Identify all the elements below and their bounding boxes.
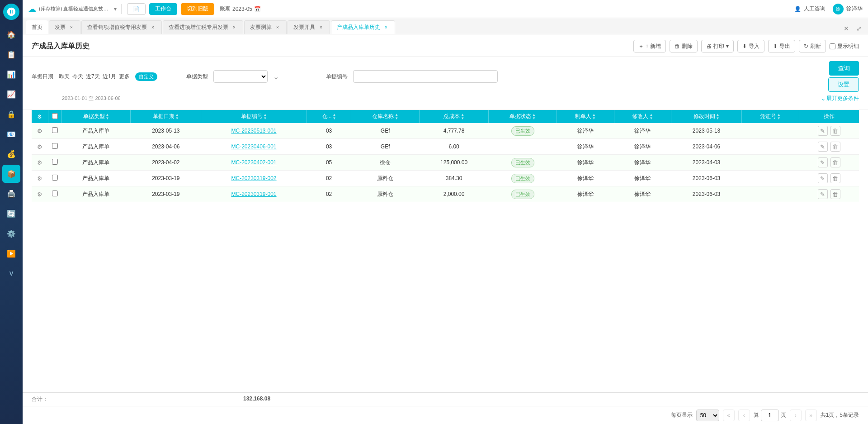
sidebar-item-messages[interactable]: 📧	[2, 125, 20, 143]
row-checkbox-cell[interactable]	[48, 155, 61, 171]
switch-button[interactable]: 切到旧版	[181, 3, 214, 15]
sidebar-item-home[interactable]: 🏠	[2, 25, 20, 43]
row-checkbox[interactable]	[52, 143, 58, 149]
sidebar-item-reports[interactable]: 📊	[2, 65, 20, 83]
tab-invoice-calc[interactable]: 发票测算 ×	[244, 20, 287, 34]
row-doc-num[interactable]: MC-20230513-001	[201, 123, 307, 139]
date-7days[interactable]: 近7天	[86, 73, 100, 81]
tab-invoices-close[interactable]: ×	[68, 24, 75, 31]
show-detail-toggle[interactable]: 显示明细	[830, 43, 859, 50]
row-delete-icon[interactable]: 🗑	[830, 142, 840, 152]
row-delete-icon[interactable]: 🗑	[830, 157, 840, 167]
import-button[interactable]: ⬇ 导入	[737, 40, 764, 52]
th-doc-num[interactable]: 单据编号▲▼	[201, 110, 307, 123]
export-button[interactable]: ⬆ 导出	[768, 40, 795, 52]
tab-home[interactable]: 首页	[26, 20, 48, 34]
row-edit-icon[interactable]: ✎	[818, 189, 828, 199]
tab-invoices[interactable]: 发票 ×	[49, 20, 80, 34]
th-doc-type[interactable]: 单据类型▲▼	[61, 110, 131, 123]
row-checkbox[interactable]	[52, 175, 58, 181]
row-doc-num[interactable]: MC-20230319-001	[201, 186, 307, 202]
th-voucher-num[interactable]: 凭证号▲▼	[741, 110, 799, 123]
date-today[interactable]: 今天	[72, 73, 83, 81]
row-settings-cell[interactable]: ⚙	[32, 155, 48, 171]
doc-type-select[interactable]	[213, 70, 268, 83]
tab-invoice-issue-close[interactable]: ×	[318, 24, 324, 31]
row-delete-icon[interactable]: 🗑	[830, 126, 840, 136]
sidebar-item-sync[interactable]: 🔄	[2, 205, 20, 223]
calendar-icon[interactable]: 📅	[254, 6, 261, 12]
row-checkbox-cell[interactable]	[48, 171, 61, 186]
show-detail-checkbox[interactable]	[830, 43, 835, 49]
row-edit-icon[interactable]: ✎	[818, 173, 828, 183]
page-number-input[interactable]	[761, 410, 779, 421]
row-checkbox-cell[interactable]	[48, 139, 61, 155]
last-page-button[interactable]: »	[805, 410, 817, 421]
row-checkbox[interactable]	[52, 159, 58, 165]
sidebar-item-print[interactable]: 🖨️	[2, 185, 20, 203]
row-checkbox-cell[interactable]	[48, 186, 61, 202]
tab-sales-invoice[interactable]: 查看销项增值税专用发票 ×	[81, 20, 162, 34]
row-checkbox-cell[interactable]	[48, 123, 61, 139]
th-modify-time[interactable]: 修改时间▲▼	[671, 110, 742, 123]
sidebar-item-docs[interactable]: 📋	[2, 45, 20, 63]
sidebar-item-inventory[interactable]: 📦	[2, 165, 20, 183]
date-more[interactable]: 更多	[119, 73, 130, 81]
tab-sales-invoice-close[interactable]: ×	[150, 24, 156, 31]
expand-filter-button[interactable]: ⌄ 展开更多条件	[821, 95, 859, 102]
row-settings-cell[interactable]: ⚙	[32, 186, 48, 202]
row-doc-num[interactable]: MC-20230402-001	[201, 155, 307, 171]
row-settings-cell[interactable]: ⚙	[32, 123, 48, 139]
th-warehouse-code[interactable]: 仓...▲▼	[307, 110, 351, 123]
desktop-button[interactable]: 工作台	[149, 3, 177, 15]
row-doc-num[interactable]: MC-20230406-001	[201, 139, 307, 155]
th-warehouse-name[interactable]: 仓库名称▲▼	[351, 110, 420, 123]
sidebar-item-security[interactable]: 🔒	[2, 105, 20, 123]
date-yesterday[interactable]: 昨天	[59, 73, 70, 81]
sidebar-item-settings[interactable]: ⚙️	[2, 224, 20, 243]
new-button[interactable]: ＋ + 新增	[633, 40, 666, 52]
print-button[interactable]: 🖨 打印 ▾	[701, 40, 734, 52]
tab-invoice-issue[interactable]: 发票开具 ×	[288, 20, 330, 34]
window-close-btn[interactable]: ✕	[841, 23, 852, 34]
prev-page-button[interactable]: ‹	[738, 410, 750, 421]
th-settings[interactable]: ⚙	[32, 110, 48, 123]
sidebar-item-finance[interactable]: 💰	[2, 145, 20, 163]
date-custom-tag[interactable]: 自定义	[135, 72, 157, 81]
doc-num-input[interactable]	[353, 70, 498, 83]
row-delete-icon[interactable]: 🗑	[830, 173, 840, 183]
window-maximize-btn[interactable]: ⤢	[854, 23, 864, 34]
date-1month[interactable]: 近1月	[103, 73, 117, 81]
row-settings-cell[interactable]: ⚙	[32, 171, 48, 186]
th-doc-date[interactable]: 单据日期▲▼	[131, 110, 201, 123]
row-delete-icon[interactable]: 🗑	[830, 189, 840, 199]
row-doc-num[interactable]: MC-20230319-002	[201, 171, 307, 186]
help-link[interactable]: 👤 人工咨询	[794, 5, 826, 13]
th-total-cost[interactable]: 总成本▲▼	[420, 110, 489, 123]
user-menu[interactable]: 徐 徐泽华	[833, 4, 863, 14]
row-edit-icon[interactable]: ✎	[818, 157, 828, 167]
next-page-button[interactable]: ›	[790, 410, 802, 421]
doc-copy-button[interactable]: 📄	[127, 3, 146, 15]
sidebar-item-run[interactable]: ▶️	[2, 244, 20, 262]
row-checkbox[interactable]	[52, 191, 58, 196]
tab-purchase-invoice[interactable]: 查看进项增值税专用发票 ×	[163, 20, 243, 34]
tab-purchase-invoice-close[interactable]: ×	[231, 24, 237, 31]
set-button[interactable]: 设置	[828, 77, 859, 92]
tab-invoice-calc-close[interactable]: ×	[274, 24, 281, 31]
tab-inventory-history[interactable]: 产成品入库单历史 ×	[331, 20, 395, 34]
per-page-select[interactable]: 50 100 200	[696, 410, 719, 421]
th-doc-status[interactable]: 单据状态▲▼	[489, 110, 557, 123]
row-edit-icon[interactable]: ✎	[818, 126, 828, 136]
th-modifier[interactable]: 修改人▲▼	[614, 110, 671, 123]
row-checkbox[interactable]	[52, 127, 58, 133]
select-all-checkbox[interactable]	[52, 113, 58, 119]
th-creator[interactable]: 制单人▲▼	[557, 110, 614, 123]
refresh-button[interactable]: ↻ 刷新	[799, 40, 826, 52]
tab-inventory-history-close[interactable]: ×	[383, 24, 389, 31]
query-button[interactable]: 查询	[829, 61, 859, 76]
sidebar-item-version[interactable]: V	[2, 264, 20, 282]
delete-button[interactable]: 🗑 删除	[670, 40, 698, 52]
row-edit-icon[interactable]: ✎	[818, 142, 828, 152]
sidebar-item-analytics[interactable]: 📈	[2, 85, 20, 103]
